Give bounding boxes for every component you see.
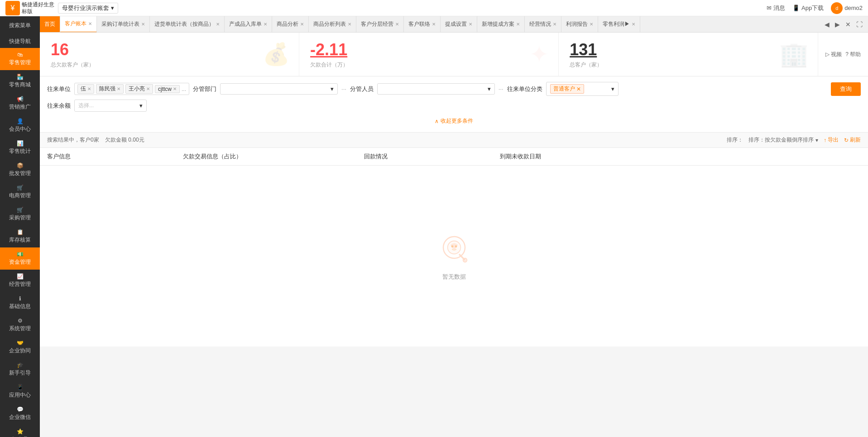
sidebar-item-basic-info[interactable]: ℹ 基础信息 bbox=[0, 292, 40, 314]
sidebar-item-icon: 🛒 bbox=[2, 185, 38, 191]
tab-purchase-order-stats[interactable]: 采购订单统计表 ✕ bbox=[97, 16, 150, 33]
sidebar-item-icon: 📢 bbox=[2, 96, 38, 102]
tab-home[interactable]: 首页 bbox=[40, 16, 60, 33]
search-menu-button[interactable]: 搜索菜单 bbox=[4, 20, 36, 31]
tab-close-icon[interactable]: ✕ bbox=[553, 22, 556, 27]
dept-filter-select[interactable]: ▾ bbox=[220, 83, 338, 95]
sidebar-item-system-mgmt[interactable]: ⚙ 系统管理 bbox=[0, 314, 40, 336]
sidebar-item-ecommerce-mgmt[interactable]: 🛒 电商管理 bbox=[0, 181, 40, 203]
tab-add-commission-plan[interactable]: 新增提成方案 ✕ bbox=[477, 16, 525, 33]
remove-tag-icon[interactable]: ✕ bbox=[87, 86, 91, 91]
tab-customer-ledger[interactable]: 客户账本 ✕ bbox=[60, 16, 97, 33]
message-btn[interactable]: ✉ 消息 bbox=[767, 4, 785, 12]
remove-category-icon[interactable]: ✕ bbox=[576, 86, 581, 92]
sidebar-item-icon: 📦 bbox=[2, 162, 38, 169]
sidebar-item-newbie-guide[interactable]: 🎓 新手引导 bbox=[0, 358, 40, 380]
tab-close-icon[interactable]: ✕ bbox=[469, 22, 472, 27]
chevron-down-icon: ▾ bbox=[815, 137, 818, 143]
tab-close-icon[interactable]: ✕ bbox=[88, 21, 92, 26]
tab-production-inbound[interactable]: 产成品入库单 ✕ bbox=[225, 16, 272, 33]
category-filter-dots[interactable]: ··· bbox=[499, 86, 504, 92]
tab-goods-analysis-list[interactable]: 商品分析列表 ✕ bbox=[309, 16, 356, 33]
sidebar-item-marketing[interactable]: 📢 营销推广 bbox=[0, 92, 40, 114]
col-due-date: 到期未收款日期 bbox=[500, 152, 636, 161]
tab-scroll-right-button[interactable]: ▶ bbox=[833, 20, 842, 29]
filter-tag-wang[interactable]: 王小亮 ✕ bbox=[125, 84, 153, 94]
chevron-down-icon: ▾ bbox=[331, 86, 334, 92]
tab-goods-stats[interactable]: 进货单统计表（按商品） ✕ bbox=[150, 16, 225, 33]
sidebar-item-retail-mall[interactable]: 🏪 零售商城 bbox=[0, 70, 40, 92]
collapse-button[interactable]: ∧ 收起更多条件 bbox=[429, 115, 479, 127]
tab-close-icon[interactable]: ✕ bbox=[590, 22, 593, 27]
unit-filter-tags[interactable]: 伍 ✕ 陈民强 ✕ 王小亮 ✕ bbox=[74, 83, 189, 95]
balance-filter-label: 往来余额 bbox=[47, 102, 71, 110]
tab-close-icon[interactable]: ✕ bbox=[264, 22, 267, 27]
sidebar-item-label: 应用中心 bbox=[2, 391, 38, 399]
sidebar-item-app-center[interactable]: 📱 应用中心 bbox=[0, 380, 40, 403]
sidebar-item-finance-mgmt[interactable]: 💵 资金管理 bbox=[0, 247, 40, 270]
sidebar-item-enterprise-wechat[interactable]: 💬 企业微信 bbox=[0, 403, 40, 425]
stat-bg-icon: 💰 bbox=[263, 42, 290, 67]
tab-retail-profit[interactable]: 零售利润▶ ✕ bbox=[598, 16, 640, 33]
sidebar-item-retail-mgmt[interactable]: 🛍 零售管理 bbox=[0, 48, 40, 70]
logo-text: 畅捷通好生意 标版 bbox=[22, 1, 54, 14]
filter-tag-chen[interactable]: 陈民强 ✕ bbox=[96, 84, 124, 94]
export-button[interactable]: ↑ 导出 bbox=[824, 136, 839, 144]
store-selector[interactable]: 母婴行业演示账套 ▾ bbox=[58, 3, 118, 14]
app-download-btn[interactable]: 📱 App下载 bbox=[792, 4, 824, 12]
sidebar-item-operations-mgmt[interactable]: 📈 经营管理 bbox=[0, 270, 40, 292]
sidebar-item-wholesale-mgmt[interactable]: 📦 批发管理 bbox=[0, 159, 40, 181]
tab-close-icon[interactable]: ✕ bbox=[300, 22, 304, 27]
filter-row-2: 往来余额 选择... ▾ bbox=[47, 100, 861, 112]
sidebar-search-area: 搜索菜单 bbox=[0, 16, 40, 35]
dept-filter-label: 分管部门 bbox=[193, 85, 216, 93]
quick-nav-button[interactable]: 快捷导航 bbox=[0, 35, 40, 48]
sidebar-item-icon: 🏪 bbox=[2, 74, 38, 80]
filter-more-btn[interactable]: ... bbox=[182, 86, 186, 92]
sidebar-item-inventory[interactable]: 📋 库存核算 bbox=[0, 225, 40, 247]
video-btn[interactable]: ▷ 视频 bbox=[825, 51, 842, 58]
tab-goods-analysis[interactable]: 商品分析 ✕ bbox=[272, 16, 309, 33]
help-btn[interactable]: ? 帮助 bbox=[845, 51, 861, 58]
category-filter-select[interactable]: 普通客户 ✕ ▾ bbox=[546, 82, 619, 96]
tab-customer-tier[interactable]: 客户分层经营 ✕ bbox=[356, 16, 404, 33]
tab-close-icon[interactable]: ✕ bbox=[632, 22, 635, 27]
sidebar-item-member-center[interactable]: 👤 会员中心 bbox=[0, 114, 40, 137]
message-icon: ✉ bbox=[767, 5, 772, 11]
tab-close-icon[interactable]: ✕ bbox=[432, 22, 436, 27]
sidebar-item-label: 企业协同 bbox=[2, 347, 38, 355]
filter-tag-cjttcw[interactable]: cjttcw ✕ bbox=[155, 85, 180, 93]
tab-commission-setting[interactable]: 提成设置 ✕ bbox=[441, 16, 477, 33]
help-icon: ? bbox=[845, 51, 849, 57]
tab-close-all-button[interactable]: ✕ bbox=[844, 20, 853, 29]
tab-profit-report[interactable]: 利润报告 ✕ bbox=[561, 16, 598, 33]
filter-tag-wu[interactable]: 伍 ✕ bbox=[77, 84, 94, 94]
sidebar-item-retail-stats[interactable]: 📊 零售统计 bbox=[0, 137, 40, 159]
refresh-button[interactable]: ↻ 刷新 bbox=[844, 136, 861, 144]
tab-maximize-button[interactable]: ⛶ bbox=[854, 20, 864, 29]
sort-select[interactable]: 排序：按欠款金额倒序排序 ▾ bbox=[748, 136, 818, 144]
sidebar-item-enterprise-collab[interactable]: 🤝 企业协同 bbox=[0, 336, 40, 358]
balance-filter-select[interactable]: 选择... ▾ bbox=[74, 100, 147, 112]
category-selected-tag[interactable]: 普通客户 ✕ bbox=[550, 84, 584, 94]
tab-operations[interactable]: 经营情况 ✕ bbox=[525, 16, 561, 33]
tab-close-icon[interactable]: ✕ bbox=[348, 22, 351, 27]
sidebar-item-purchase-mgmt[interactable]: 🛒 采购管理 bbox=[0, 203, 40, 225]
tab-close-icon[interactable]: ✕ bbox=[141, 22, 145, 27]
person-filter-select[interactable]: ▾ bbox=[377, 83, 495, 95]
remove-tag-icon[interactable]: ✕ bbox=[146, 86, 150, 91]
remove-tag-icon[interactable]: ✕ bbox=[117, 86, 120, 91]
user-profile[interactable]: d demo2 bbox=[831, 2, 863, 14]
tab-close-icon[interactable]: ✕ bbox=[395, 22, 399, 27]
app-wrapper: ¥ 畅捷通好生意 标版 母婴行业演示账套 ▾ ✉ 消息 📱 App下载 d bbox=[0, 0, 868, 437]
remove-tag-icon[interactable]: ✕ bbox=[173, 86, 177, 91]
person-filter-dots[interactable]: ··· bbox=[341, 86, 346, 92]
query-button[interactable]: 查询 bbox=[831, 82, 861, 96]
tab-close-icon[interactable]: ✕ bbox=[216, 22, 220, 27]
sidebar-item-vip[interactable]: ⭐ 畅会员 bbox=[0, 425, 40, 437]
sidebar-item-label: 会员中心 bbox=[2, 125, 38, 133]
tab-close-icon[interactable]: ✕ bbox=[516, 22, 520, 27]
tab-customer-contact[interactable]: 客户联络 ✕ bbox=[404, 16, 441, 33]
sidebar-item-label: 零售统计 bbox=[2, 147, 38, 155]
tab-scroll-left-button[interactable]: ◀ bbox=[823, 20, 831, 29]
